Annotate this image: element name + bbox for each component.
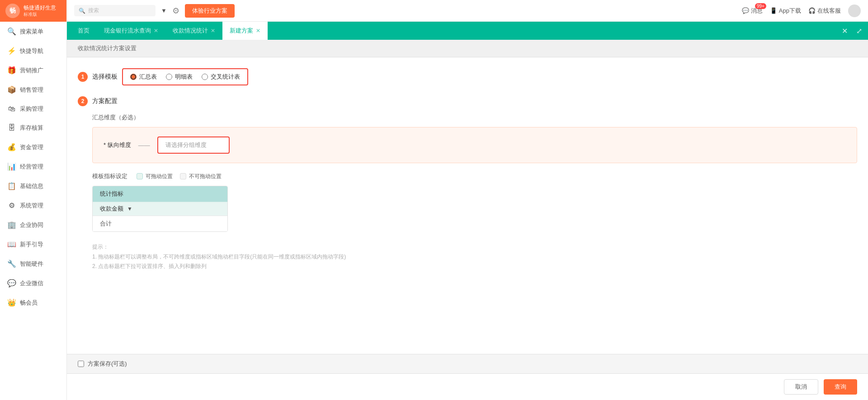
phone-icon: 📱 xyxy=(770,7,777,14)
sidebar-item-label: 库存核算 xyxy=(20,124,43,132)
sidebar-item-enterprise[interactable]: 🏢 企业协同 xyxy=(0,215,66,235)
logo-title: 畅捷通好生意 xyxy=(24,5,56,12)
sidebar-item-search-menu[interactable]: 🔍 搜索菜单 xyxy=(0,22,66,41)
sidebar-item-member[interactable]: 👑 畅会员 xyxy=(0,293,66,312)
sidebar-item-system[interactable]: ⚙ 系统管理 xyxy=(0,196,66,215)
legend-draggable-dot xyxy=(137,173,143,179)
sidebar-item-label: 系统管理 xyxy=(20,202,43,210)
maximize-btn[interactable]: ⤢ xyxy=(854,25,864,36)
logo-text-block: 畅捷通好生意 标准版 xyxy=(24,5,56,18)
page-body: 1 选择模板 汇总表 明细表 交叉统计表 xyxy=(67,57,868,354)
tab-collection-stats[interactable]: 收款情况统计 ✕ xyxy=(165,22,222,40)
purchase-icon: 🛍 xyxy=(7,105,16,113)
step2-header: 2 方案配置 xyxy=(78,96,857,106)
tabbar: 首页 现金银行流水查询 ✕ 收款情况统计 ✕ 新建方案 ✕ ✕ ⤢ xyxy=(67,22,868,40)
search-icon: 🔍 xyxy=(79,8,85,14)
summary-dimension-section: 汇总维度（必选） * 纵向维度 —— 请选择分组维度 xyxy=(92,113,857,272)
dimension-area: * 纵向维度 —— 请选择分组维度 xyxy=(92,127,857,163)
tab-window-buttons: ✕ ⤢ xyxy=(839,25,864,36)
save-checkbox-label: 方案保存(可选) xyxy=(88,360,127,368)
dimension-select[interactable]: 请选择分组维度 xyxy=(157,136,230,154)
metrics-row-1-dropdown[interactable]: ▼ xyxy=(127,206,132,212)
step2-number: 2 xyxy=(78,96,88,106)
breadcrumb-text: 收款情况统计方案设置 xyxy=(78,45,137,52)
app-download-btn[interactable]: 📱 App下载 xyxy=(770,7,801,15)
sidebar-item-quick-nav[interactable]: ⚡ 快捷导航 xyxy=(0,41,66,61)
metrics-table: 统计指标 收款金额 ▼ 合计 xyxy=(92,186,228,232)
tab-new-plan-close[interactable]: ✕ xyxy=(256,28,260,34)
metrics-row-1[interactable]: 收款金额 ▼ xyxy=(93,202,227,216)
radio-detail-input[interactable] xyxy=(166,74,172,80)
finance-icon: 💰 xyxy=(7,143,16,151)
guide-icon: 📖 xyxy=(7,240,16,249)
marketing-icon: 🎁 xyxy=(7,66,16,75)
tab-bank-flow-close[interactable]: ✕ xyxy=(154,28,158,34)
operations-icon: 📊 xyxy=(7,162,16,171)
inventory-icon: 🗄 xyxy=(7,124,16,132)
basic-info-icon: 📋 xyxy=(7,182,16,190)
logo-badge: 标准版 xyxy=(24,11,56,17)
template-select-box: 汇总表 明细表 交叉统计表 xyxy=(122,68,248,85)
radio-crosstab-input[interactable] xyxy=(202,74,208,80)
radio-detail-label: 明细表 xyxy=(175,73,193,81)
radio-summary-input[interactable] xyxy=(130,74,137,80)
metrics-section: 模板指标设定 可拖动位置 不可拖动位置 xyxy=(92,172,857,233)
search-placeholder: 搜索 xyxy=(88,7,99,14)
sidebar-logo: 畅 畅捷通好生意 标准版 xyxy=(0,0,66,22)
sidebar-item-basic-info[interactable]: 📋 基础信息 xyxy=(0,176,66,196)
tab-home-label: 首页 xyxy=(78,27,90,35)
radio-summary[interactable]: 汇总表 xyxy=(130,73,157,81)
sidebar-item-label: 搜索菜单 xyxy=(20,28,43,36)
step2-section: 2 方案配置 汇总维度（必选） * 纵向维度 —— 请选择分组维度 xyxy=(78,96,857,272)
cancel-button[interactable]: 取消 xyxy=(784,379,818,395)
tab-new-plan[interactable]: 新建方案 ✕ xyxy=(222,22,268,40)
sidebar-item-inventory[interactable]: 🗄 库存核算 xyxy=(0,118,66,137)
quick-nav-icon: ⚡ xyxy=(7,47,16,55)
tab-new-plan-label: 新建方案 xyxy=(230,27,253,35)
sidebar-item-purchase[interactable]: 🛍 采购管理 xyxy=(0,99,66,118)
step1-number: 1 xyxy=(78,72,88,82)
sidebar-item-wechat[interactable]: 💬 企业微信 xyxy=(0,273,66,293)
notification-btn[interactable]: 💬 消息 99+ xyxy=(742,7,763,15)
sidebar-item-finance[interactable]: 💰 资金管理 xyxy=(0,137,66,157)
sidebar-item-label: 营销推广 xyxy=(20,66,43,75)
user-avatar xyxy=(848,5,861,17)
radio-crosstab-label: 交叉统计表 xyxy=(211,73,240,81)
trial-btn[interactable]: 体验行业方案 xyxy=(185,4,235,18)
dimension-row: * 纵向维度 —— 请选择分组维度 xyxy=(104,136,846,154)
footer-save: 方案保存(可选) xyxy=(67,354,868,373)
tab-bank-flow[interactable]: 现金银行流水查询 ✕ xyxy=(97,22,165,40)
metrics-header: 模板指标设定 可拖动位置 不可拖动位置 xyxy=(92,172,857,180)
radio-crosstab[interactable]: 交叉统计表 xyxy=(202,73,240,81)
notification-badge: 99+ xyxy=(755,3,766,9)
sidebar-item-guide[interactable]: 📖 新手引导 xyxy=(0,235,66,254)
sidebar-item-sales[interactable]: 📦 销售管理 xyxy=(0,80,66,99)
topbar-dropdown[interactable]: ▼ xyxy=(161,7,167,14)
page-breadcrumb: 收款情况统计方案设置 xyxy=(67,40,868,57)
sidebar-item-operations[interactable]: 📊 经营管理 xyxy=(0,157,66,176)
metrics-setting-label: 模板指标设定 xyxy=(92,172,127,180)
sidebar-item-marketing[interactable]: 🎁 营销推广 xyxy=(0,61,66,80)
query-button[interactable]: 查询 xyxy=(824,379,857,395)
save-checkbox[interactable] xyxy=(78,361,84,367)
tab-collection-stats-close[interactable]: ✕ xyxy=(211,28,215,34)
sidebar-item-label: 采购管理 xyxy=(20,105,43,113)
legend-undraggable-label: 不可拖动位置 xyxy=(189,173,222,180)
customer-service-btn[interactable]: 🎧 在线客服 xyxy=(808,7,841,15)
close-window-btn[interactable]: ✕ xyxy=(839,25,850,36)
legend-draggable: 可拖动位置 xyxy=(137,173,173,180)
vertical-dimension-label: * 纵向维度 xyxy=(104,141,131,149)
notification-icon: 💬 xyxy=(742,7,749,14)
sidebar-item-smart-hw[interactable]: 🔧 智能硬件 xyxy=(0,254,66,273)
smart-hw-icon: 🔧 xyxy=(7,259,16,268)
gear-icon[interactable]: ⚙ xyxy=(172,6,179,16)
tab-home[interactable]: 首页 xyxy=(71,22,97,40)
radio-detail[interactable]: 明细表 xyxy=(166,73,193,81)
sidebar-item-label: 销售管理 xyxy=(20,86,43,94)
topbar-user[interactable] xyxy=(848,5,861,17)
sidebar-item-label: 经营管理 xyxy=(20,163,43,171)
sidebar-item-label: 智能硬件 xyxy=(20,260,43,268)
tips-title: 提示： xyxy=(92,244,108,250)
sidebar-item-label: 资金管理 xyxy=(20,143,43,151)
topbar-search[interactable]: 🔍 搜索 xyxy=(74,5,156,16)
